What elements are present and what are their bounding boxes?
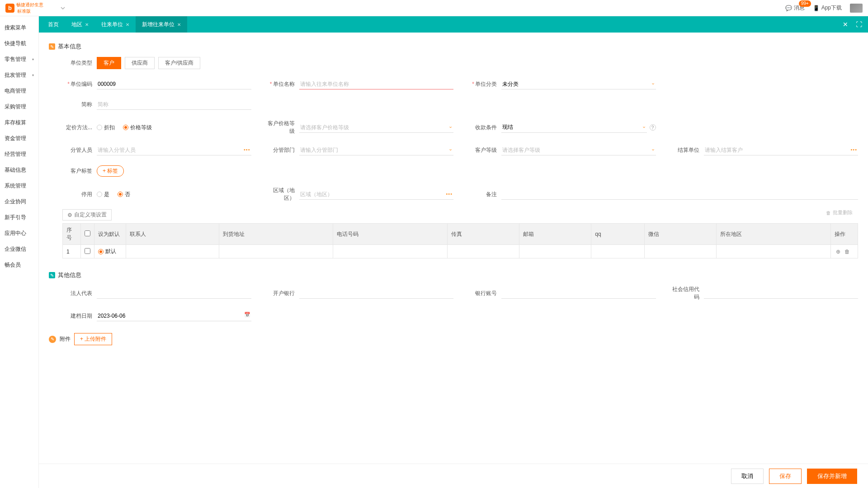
company-dropdown[interactable] bbox=[57, 6, 65, 10]
avatar[interactable] bbox=[850, 4, 863, 13]
remark-input[interactable] bbox=[501, 189, 858, 200]
cell-fax[interactable] bbox=[447, 245, 519, 258]
unit-code-input[interactable] bbox=[97, 79, 251, 89]
cell-region[interactable] bbox=[717, 245, 831, 258]
gear-icon: ⚙ bbox=[67, 212, 72, 218]
unit-type-option-2[interactable]: 客户/供应商 bbox=[158, 57, 200, 69]
caret-icon: ▾ bbox=[32, 57, 34, 61]
tab-close-all-icon[interactable]: ✕ bbox=[841, 20, 850, 29]
sidebar-item-11[interactable]: 企业协同 bbox=[0, 194, 38, 210]
save-and-new-button[interactable]: 保存并新增 bbox=[807, 469, 857, 484]
calendar-icon[interactable]: 📅 bbox=[244, 312, 250, 318]
unit-type-option-0[interactable]: 客户 bbox=[97, 57, 121, 69]
chevron-down-icon[interactable]: ⌄ bbox=[448, 123, 453, 129]
custom-fields-button[interactable]: ⚙ 自定义项设置 bbox=[62, 209, 112, 221]
account-input[interactable] bbox=[501, 288, 656, 299]
unit-name-input[interactable] bbox=[299, 79, 454, 89]
logo-mark: b bbox=[5, 4, 14, 13]
chevron-down-icon[interactable]: ⌄ bbox=[651, 146, 655, 152]
region-input[interactable] bbox=[299, 189, 454, 200]
cell-contact[interactable] bbox=[126, 245, 219, 258]
radio-icon bbox=[97, 192, 102, 197]
unit-type-option-1[interactable]: 供应商 bbox=[125, 57, 155, 69]
help-icon[interactable]: ? bbox=[650, 124, 656, 131]
label-unit-code: *单位编码 bbox=[62, 80, 97, 88]
sidebar-item-2[interactable]: 零售管理▾ bbox=[0, 52, 38, 67]
pricing-option-0[interactable]: 折扣 bbox=[97, 124, 115, 131]
tab-3[interactable]: 新增往来单位✕ bbox=[136, 16, 187, 33]
th-10: 所在地区 bbox=[717, 224, 831, 245]
chevron-down-icon[interactable]: ⌄ bbox=[642, 123, 646, 129]
fullscreen-icon[interactable]: ⛶ bbox=[854, 20, 863, 29]
sidebar-item-8[interactable]: 经营管理 bbox=[0, 146, 38, 162]
add-row-icon[interactable]: ⊕ bbox=[836, 249, 840, 255]
chevron-down-icon[interactable]: ⌄ bbox=[651, 80, 655, 86]
th-9: 微信 bbox=[645, 224, 717, 245]
tab-1[interactable]: 地区✕ bbox=[65, 16, 95, 33]
caret-icon: ▾ bbox=[32, 73, 34, 77]
cell-qq[interactable] bbox=[591, 245, 645, 258]
row-default-radio[interactable]: 默认 bbox=[98, 248, 122, 255]
more-icon[interactable]: ••• bbox=[244, 147, 250, 152]
close-icon[interactable]: ✕ bbox=[126, 22, 129, 27]
app-download-button[interactable]: 📱 App下载 bbox=[813, 4, 842, 12]
cell-address[interactable] bbox=[219, 245, 333, 258]
pay-cond-select[interactable] bbox=[501, 122, 647, 133]
label-pay-cond: 收款条件 bbox=[467, 124, 501, 131]
unit-cat-select[interactable] bbox=[501, 79, 656, 89]
dept-select[interactable] bbox=[299, 145, 454, 155]
settle-unit-input[interactable] bbox=[704, 145, 859, 155]
close-icon[interactable]: ✕ bbox=[85, 22, 89, 27]
messages-button[interactable]: 💬 消息 99+ bbox=[785, 4, 805, 12]
chevron-down-icon[interactable]: ⌄ bbox=[448, 146, 453, 152]
short-name-input[interactable] bbox=[97, 99, 251, 110]
sidebar-item-7[interactable]: 资金管理 bbox=[0, 131, 38, 146]
sidebar-item-12[interactable]: 新手引导 bbox=[0, 210, 38, 225]
disabled-option-1[interactable]: 否 bbox=[118, 191, 130, 198]
delete-row-icon[interactable]: 🗑 bbox=[844, 249, 850, 255]
header-checkbox[interactable] bbox=[85, 230, 90, 236]
tab-0[interactable]: 首页 bbox=[42, 16, 65, 33]
sidebar-item-9[interactable]: 基础信息 bbox=[0, 162, 38, 178]
sidebar-item-6[interactable]: 库存核算 bbox=[0, 115, 38, 131]
bulk-delete-button[interactable]: 🗑 批量删除 bbox=[826, 209, 853, 216]
sidebar-item-14[interactable]: 企业微信 bbox=[0, 241, 38, 257]
sidebar-item-0[interactable]: 搜索菜单 bbox=[0, 20, 38, 36]
price-level-select[interactable] bbox=[299, 122, 454, 133]
disabled-radio-group: 是否 bbox=[97, 191, 130, 198]
cell-wechat[interactable] bbox=[645, 245, 717, 258]
bank-input[interactable] bbox=[299, 288, 454, 299]
credit-code-input[interactable] bbox=[704, 288, 859, 299]
cell-phone[interactable] bbox=[333, 245, 447, 258]
upload-button[interactable]: + 上传附件 bbox=[74, 333, 112, 345]
cell-email[interactable] bbox=[519, 245, 591, 258]
more-icon[interactable]: ••• bbox=[446, 191, 453, 197]
sidebar-item-13[interactable]: 应用中心 bbox=[0, 225, 38, 241]
legal-input[interactable] bbox=[97, 288, 251, 299]
pricing-option-1[interactable]: 价格等级 bbox=[123, 124, 152, 131]
add-tag-button[interactable]: + 标签 bbox=[97, 165, 124, 177]
tab-2[interactable]: 往来单位✕ bbox=[95, 16, 136, 33]
sidebar-item-4[interactable]: 电商管理 bbox=[0, 83, 38, 99]
radio-icon bbox=[118, 192, 123, 197]
version-tag: 标准版 bbox=[17, 8, 43, 14]
save-button[interactable]: 保存 bbox=[769, 469, 802, 484]
file-date-input[interactable] bbox=[97, 311, 251, 321]
cancel-button[interactable]: 取消 bbox=[731, 469, 764, 484]
phone-icon: 📱 bbox=[813, 5, 820, 11]
sidebar-item-5[interactable]: 采购管理 bbox=[0, 99, 38, 115]
manager-input[interactable] bbox=[97, 145, 251, 155]
close-icon[interactable]: ✕ bbox=[177, 22, 181, 27]
label-dept: 分管部门 bbox=[265, 146, 299, 154]
row-checkbox[interactable] bbox=[85, 248, 90, 254]
more-icon[interactable]: ••• bbox=[850, 147, 857, 152]
logo-text: 畅捷通好生意 bbox=[16, 2, 43, 8]
cust-level-select[interactable] bbox=[501, 145, 656, 155]
section-basic-title: 基本信息 bbox=[58, 42, 81, 51]
sidebar-item-15[interactable]: 畅会员 bbox=[0, 257, 38, 273]
sidebar-item-10[interactable]: 系统管理 bbox=[0, 178, 38, 194]
disabled-option-0[interactable]: 是 bbox=[97, 191, 109, 198]
sidebar-item-1[interactable]: 快捷导航 bbox=[0, 36, 38, 52]
sidebar-item-3[interactable]: 批发管理▾ bbox=[0, 67, 38, 83]
label-pricing: 定价方法... bbox=[62, 124, 97, 131]
